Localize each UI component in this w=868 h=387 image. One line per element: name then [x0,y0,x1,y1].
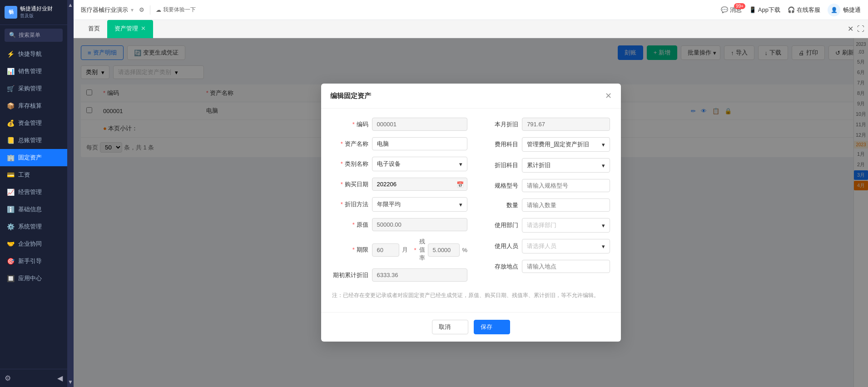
experience-link[interactable]: ☁ 我要体验一下 [156,6,196,14]
monthly-depreciation-label: 本月折旧 [482,120,518,129]
sidebar-header: 畅 畅捷通好业财 普及版 [0,0,67,25]
initial-accumulated-label: 期初累计折旧 [332,271,368,279]
storage-label: 存放地点 [482,263,518,271]
form-right-column: 本月折旧 费用科目 管理费用_固定资产折旧 ▾ [482,118,610,288]
sidebar-scroll-up[interactable]: ▲ [68,2,73,8]
initial-accumulated-input[interactable] [372,268,468,282]
spec-model-input[interactable] [522,179,610,192]
sidebar-item-purchase[interactable]: 🛒 采购管理 [0,80,67,97]
purchase-icon: 🛒 [6,84,15,93]
form-row-quantity: 数量 [482,198,610,212]
residual-rate-input[interactable] [428,243,460,257]
form-row-purchase-date: 购买日期 📅 [332,178,468,191]
sidebar-item-system[interactable]: ⚙️ 系统管理 [0,218,67,235]
calendar-icon: 📅 [456,181,464,188]
depreciation-method-label: 折旧方法 [332,200,368,208]
collapse-button[interactable]: ◀ [57,374,63,382]
period-inline-group: 月 * 残值率 % [372,238,468,262]
period-unit: 月 [402,246,408,254]
topbar-right-actions: 💬 消息 99+ 📱 App下载 🎧 在线客服 👤 畅捷通 [721,4,861,16]
modal-footer: 取消 保存 [321,312,621,342]
message-badge: 99+ [734,3,745,9]
save-button[interactable]: 保存 [474,320,510,334]
depreciation-method-select[interactable]: 年限平均 ▾ [372,197,468,212]
message-button[interactable]: 💬 消息 99+ [721,6,742,14]
operations-icon: 📈 [6,188,15,196]
settings-button[interactable]: ⚙ [5,374,11,382]
tabbar-expand-icon[interactable]: ⛶ [857,25,864,33]
category-select[interactable]: 电子设备 ▾ [372,157,468,171]
purchase-date-input[interactable] [372,178,468,191]
personnel-select[interactable]: 请选择人员 ▾ [522,239,610,253]
sidebar-item-operations[interactable]: 📈 经营管理 [0,184,67,201]
guide-icon: 🎯 [6,257,15,265]
form-row-spec-model: 规格型号 [482,179,610,192]
expense-subject-label: 费用科目 [482,140,518,149]
app-title: 畅捷通好业财 [20,5,53,13]
sidebar-item-sales[interactable]: 📊 销售管理 [0,63,67,80]
storage-input[interactable] [522,260,610,273]
message-icon: 💬 [721,6,728,13]
modal-header: 编辑固定资产 ✕ [321,84,621,109]
sidebar-scroll-down[interactable]: ▼ [68,379,73,385]
asset-name-input[interactable] [372,137,468,150]
modal-close-button[interactable]: ✕ [605,91,612,101]
tabbar: 首页 资产管理 ✕ ✕ ⛶ [74,20,868,38]
form-row-expense-subject: 费用科目 管理费用_固定资产折旧 ▾ [482,137,610,152]
sidebar-item-payroll[interactable]: 💳 工资 [0,166,67,184]
tabbar-close-icon[interactable]: ✕ [848,25,853,33]
sidebar-item-inventory[interactable]: 📦 库存核算 [0,97,67,114]
depreciation-subject-select[interactable]: 累计折旧 ▾ [522,158,610,173]
form-row-department: 使用部门 请选择部门 ▾ [482,218,610,233]
form-row-initial-accumulated: 期初累计折旧 [332,268,468,282]
modal-title: 编辑固定资产 [330,92,371,100]
department-select[interactable]: 请选择部门 ▾ [522,218,610,233]
tab-close-icon[interactable]: ✕ [141,25,146,32]
personnel-label: 使用人员 [482,242,518,250]
purchase-date-input-wrap: 📅 [372,178,468,191]
code-input[interactable] [372,118,468,131]
sidebar-item-quick-nav[interactable]: ⚡ 快捷导航 [0,45,67,63]
original-value-label: 原值 [332,221,368,229]
department-label: 使用部门 [482,221,518,229]
online-service-button[interactable]: 🎧 在线客服 [788,6,820,14]
period-input[interactable] [372,243,399,257]
form-row-depreciation-subject: 折旧科目 累计折旧 ▾ [482,158,610,173]
quantity-input[interactable] [522,198,610,212]
dropdown-arrow-icon[interactable]: ▾ [131,7,134,13]
app-logo: 畅 [5,6,17,19]
expense-subject-select[interactable]: 管理费用_固定资产折旧 ▾ [522,137,610,152]
tab-home[interactable]: 首页 [81,20,107,38]
user-menu[interactable]: 👤 畅捷通 [828,4,861,16]
depreciation-subject-label: 折旧科目 [482,161,518,169]
modal-body: 编码 资产名称 类别名称 [321,109,621,312]
depreciation-subject-dropdown-icon: ▾ [602,162,605,169]
sidebar-item-finance[interactable]: 💰 资金管理 [0,114,67,132]
form-row-personnel: 使用人员 请选择人员 ▾ [482,239,610,253]
main-content: 医疗器械行业演示 ▾ ⚙ ☁ 我要体验一下 💬 消息 99+ 📱 App下载 🎧… [74,0,868,387]
topbar: 医疗器械行业演示 ▾ ⚙ ☁ 我要体验一下 💬 消息 99+ 📱 App下载 🎧… [74,0,868,20]
sidebar-footer: ⚙ ◀ [0,369,67,387]
purchase-date-label: 购买日期 [332,180,368,189]
search-menu-button[interactable]: 🔍 搜索菜单 [5,29,63,42]
sidebar-item-fixed-assets[interactable]: 🏢 固定资产 [0,149,67,166]
sidebar-item-app-center[interactable]: 🔲 应用中心 [0,270,67,287]
sidebar-item-basic-info[interactable]: ℹ️ 基础信息 [0,201,67,218]
tab-asset-management[interactable]: 资产管理 ✕ [107,20,153,38]
form-row-depreciation-method: 折旧方法 年限平均 ▾ [332,197,468,212]
form-row-asset-name: 资产名称 [332,137,468,150]
settings-gear-icon[interactable]: ⚙ [139,6,144,13]
form-row-monthly-depreciation: 本月折旧 [482,118,610,131]
app-download-button[interactable]: 📱 App下载 [749,6,780,14]
app-title-block: 畅捷通好业财 普及版 [20,5,53,19]
sidebar-item-ledger[interactable]: 📒 总账管理 [0,132,67,149]
cancel-button[interactable]: 取消 [432,320,468,334]
method-dropdown-icon: ▾ [459,201,462,208]
form-row-period: 期限 月 * 残值率 % [332,238,468,262]
sidebar-item-guide[interactable]: 🎯 新手引导 [0,253,67,270]
original-value-input[interactable] [372,218,468,231]
fixed-assets-icon: 🏢 [6,154,15,162]
sidebar-item-enterprise[interactable]: 🤝 企业协同 [0,235,67,253]
topbar-divider [150,5,150,15]
sidebar-search-area[interactable]: 🔍 搜索菜单 [0,25,67,45]
